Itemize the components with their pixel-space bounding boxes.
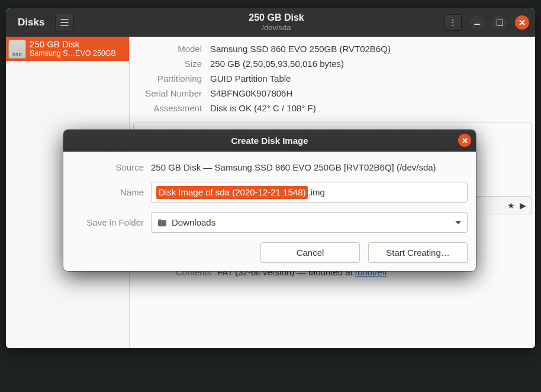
- drive-options-button[interactable]: ⋮: [444, 14, 462, 31]
- chevron-down-icon: [455, 221, 461, 224]
- disk-properties: Model Samsung SSD 860 EVO 250GB (RVT02B6…: [130, 44, 535, 113]
- window-close-button[interactable]: [515, 15, 529, 30]
- close-icon: [519, 20, 525, 25]
- sidebar-disk-subtitle: Samsung S…EVO 250GB: [30, 50, 116, 58]
- header-title: 250 GB Disk: [249, 12, 304, 23]
- dialog-titlebar: Create Disk Image: [63, 130, 476, 152]
- window-maximize-button[interactable]: [492, 15, 507, 30]
- label-partitioning: Partitioning: [130, 73, 202, 83]
- dialog-body: Source 250 GB Disk — Samsung SSD 860 EVO…: [63, 152, 476, 271]
- label-folder: Save in Folder: [72, 217, 144, 227]
- header-subtitle: /dev/sda: [262, 24, 291, 33]
- folder-name: Downloads: [172, 217, 215, 227]
- label-name: Name: [72, 187, 144, 197]
- dialog-title: Create Disk Image: [231, 136, 308, 146]
- value-assessment: Disk is OK (42° C / 108° F): [210, 103, 528, 113]
- save-folder-chooser[interactable]: Downloads: [151, 212, 468, 233]
- titlebar: Disks 250 GB Disk /dev/sda ⋮: [6, 8, 535, 37]
- label-assessment: Assessment: [130, 103, 202, 113]
- folder-icon: [157, 219, 167, 227]
- sidebar-disk-title: 250 GB Disk: [30, 40, 116, 50]
- label-serial: Serial Number: [130, 88, 202, 98]
- label-model: Model: [130, 44, 202, 54]
- ssd-icon: SSD: [8, 40, 26, 59]
- value-model: Samsung SSD 860 EVO 250GB (RVT02B6Q): [210, 44, 528, 54]
- name-input[interactable]: Disk Image of sda (2020-12-21 1548).img: [151, 182, 468, 203]
- label-source: Source: [72, 162, 144, 172]
- dialog-close-button[interactable]: [458, 134, 471, 147]
- name-suffix: .img: [308, 187, 324, 197]
- create-disk-image-dialog: Create Disk Image Source 250 GB Disk — S…: [63, 130, 476, 271]
- play-icon[interactable]: ▶: [520, 201, 526, 210]
- cancel-button-label: Cancel: [297, 248, 324, 258]
- value-source: 250 GB Disk — Samsung SSD 860 EVO 250GB …: [151, 162, 468, 172]
- app-menu-button[interactable]: [55, 14, 74, 31]
- value-size: 250 GB (2,50,05,93,50,016 bytes): [210, 59, 528, 69]
- close-icon: [462, 138, 468, 143]
- sidebar-disk-item[interactable]: SSD 250 GB Disk Samsung S…EVO 250GB: [6, 37, 129, 61]
- app-title: Disks: [18, 17, 44, 28]
- start-creating-button-label: Start Creating…: [386, 248, 450, 258]
- kebab-icon: ⋮: [449, 18, 457, 27]
- hamburger-icon: [60, 19, 69, 26]
- value-partitioning: GUID Partition Table: [210, 73, 528, 83]
- cancel-button[interactable]: Cancel: [260, 242, 360, 263]
- value-serial: S4BFNG0K907806H: [210, 88, 528, 98]
- name-selection: Disk Image of sda (2020-12-21 1548): [156, 186, 308, 199]
- window-minimize-button[interactable]: [470, 15, 484, 30]
- start-creating-button[interactable]: Start Creating…: [368, 242, 468, 263]
- star-icon[interactable]: ★: [507, 201, 515, 210]
- label-size: Size: [130, 59, 202, 69]
